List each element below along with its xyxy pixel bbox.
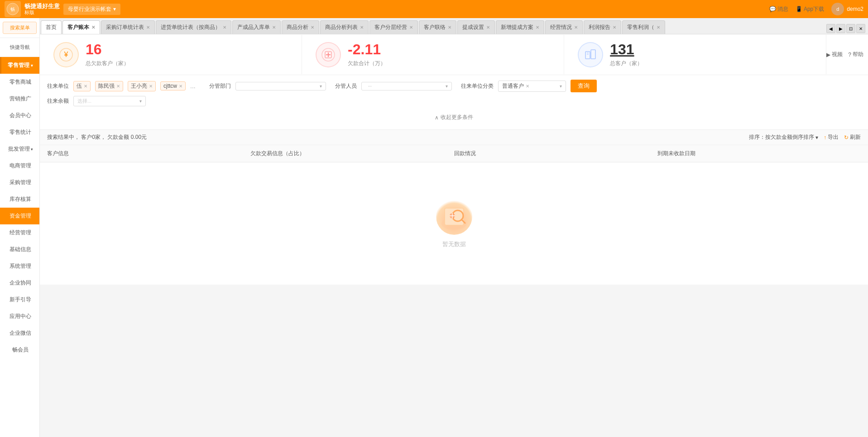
stat-help-area: ▶ 视频 ? 帮助 (826, 51, 868, 58)
tab-close-business[interactable]: ✕ (574, 25, 578, 30)
message-btn[interactable]: 💬 消息 (769, 5, 788, 13)
user-info[interactable]: d demo2 (831, 3, 863, 15)
person-select[interactable]: ··· ▾ (361, 82, 452, 90)
tab-customer-segment[interactable]: 客户分层经营 ✕ (369, 20, 418, 34)
tab-profit-report[interactable]: 利润报告 ✕ (584, 20, 621, 34)
sidebar-item-finance[interactable]: 资金管理 (0, 208, 39, 224)
sidebar-item-inventory[interactable]: 库存核算 (0, 191, 39, 208)
app-download-btn[interactable]: 📱 App下载 (796, 5, 824, 13)
tab-close-analysis-list[interactable]: ✕ (360, 25, 364, 30)
sidebar-item-wechat[interactable]: 企业微信 (0, 325, 39, 342)
tab-close-segment[interactable]: ✕ (409, 25, 413, 30)
doc-help-btn[interactable]: ? 帮助 (848, 51, 863, 58)
tab-customer-connect[interactable]: 客户联络 ✕ (419, 20, 456, 34)
remove-tag-cjttcw[interactable]: ✕ (179, 84, 182, 89)
page-content: ¥ 16 总欠款客户（家） (40, 34, 868, 437)
collapse-button[interactable]: ∧ 收起更多条件 (435, 112, 473, 123)
tab-customer-accounts[interactable]: 客户账本 ✕ (62, 20, 100, 34)
filter-tag-chen[interactable]: 陈民强 ✕ (95, 81, 123, 91)
video-help-btn[interactable]: ▶ 视频 (826, 51, 843, 58)
tab-promo-settings[interactable]: 提成设置 ✕ (457, 20, 495, 34)
refresh-button[interactable]: ↻ 刷新 (844, 133, 861, 141)
tab-close-product-inbound[interactable]: ✕ (272, 25, 276, 30)
balance-select-arrow: ▾ (139, 99, 142, 104)
tab-purchase-order-stats[interactable]: 采购订单统计表 ✕ (101, 20, 155, 34)
tab-retail-profit[interactable]: 零售利润（ ✕ (622, 20, 665, 34)
tab-close-promo[interactable]: ✕ (486, 25, 490, 30)
refresh-icon: ↻ (844, 134, 849, 141)
help-icon: ? (848, 52, 851, 58)
sidebar-item-ecommerce[interactable]: 电商管理 (0, 157, 39, 174)
tab-close-analysis[interactable]: ✕ (311, 25, 314, 30)
tab-close-profit[interactable]: ✕ (613, 25, 616, 30)
stat-block-total: 131 总客户（家） (564, 35, 826, 74)
tab-home[interactable]: 首页 (41, 20, 62, 34)
balance-select[interactable]: 选择... ▾ (73, 96, 146, 106)
page-inner: ¥ 16 总欠款客户（家） (40, 34, 868, 285)
more-tags-btn[interactable]: ... (190, 82, 196, 90)
results-actions: 排序：按欠款金额倒序排序 ▾ ↑ 导出 ↻ 刷新 (749, 133, 861, 141)
remove-tag-wu[interactable]: ✕ (84, 84, 87, 89)
filter-tag-cjttcw[interactable]: cjttcw ✕ (160, 81, 186, 90)
export-button[interactable]: ↑ 导出 (824, 133, 839, 141)
chevron-icon: ▾ (31, 63, 33, 68)
tab-next-button[interactable]: ▶ (836, 24, 845, 33)
total-debt-amount-label: 欠款合计（万） (348, 60, 386, 67)
tab-product-analysis-list[interactable]: 商品分析列表 ✕ (320, 20, 369, 34)
tab-restore-button[interactable]: ⊡ (846, 24, 855, 33)
tab-business-status[interactable]: 经营情况 ✕ (545, 20, 583, 34)
remove-tag-chen[interactable]: ✕ (116, 84, 120, 89)
content-area: 首页 客户账本 ✕ 采购订单统计表 ✕ 进货单统计表（按商品） ✕ 产成品入库单… (40, 18, 868, 437)
sidebar-item-retail-mgmt[interactable]: 零售管理 ▾ (0, 57, 39, 74)
category-tag-normal[interactable]: 普通客户 ✕ (502, 82, 529, 90)
dept-select[interactable]: ▾ (235, 82, 326, 90)
tab-close-inbound[interactable]: ✕ (223, 25, 226, 30)
account-dropdown[interactable]: 母婴行业演示帐套 ▾ (63, 4, 120, 15)
balance-placeholder: 选择... (77, 98, 91, 104)
category-select[interactable]: 普通客户 ✕ ▾ (498, 81, 566, 92)
tab-prev-button[interactable]: ◀ (826, 24, 835, 33)
results-info: 搜索结果中， 客户0家， 欠款金额 0.00元 (47, 133, 147, 141)
sidebar-item-retail-stats[interactable]: 零售统计 (0, 124, 39, 141)
remove-category-tag[interactable]: ✕ (526, 84, 529, 89)
svg-rect-6 (585, 52, 590, 59)
sidebar-item-vip[interactable]: 畅会员 (0, 342, 39, 358)
query-button[interactable]: 查询 (571, 80, 597, 92)
app-version: 标版 (24, 10, 60, 15)
filter-area: 往来单位 伍 ✕ 陈民强 ✕ 王小亮 ✕ (40, 75, 868, 130)
sidebar-item-operations[interactable]: 经营管理 (0, 224, 39, 241)
tab-inbound-stats[interactable]: 进货单统计表（按商品） ✕ (156, 20, 231, 34)
tab-close-retail-profit[interactable]: ✕ (657, 25, 660, 30)
tab-new-promo[interactable]: 新增提成方案 ✕ (496, 20, 544, 34)
tab-close-new-promo[interactable]: ✕ (536, 25, 539, 30)
filter-tag-wu[interactable]: 伍 ✕ (73, 81, 91, 91)
sidebar-item-system[interactable]: 系统管理 (0, 258, 39, 275)
sidebar-item-purchase[interactable]: 采购管理 (0, 174, 39, 191)
stat-info-total: 131 总客户（家） (610, 42, 643, 67)
tab-close-purchase[interactable]: ✕ (146, 25, 150, 30)
tab-close-all-button[interactable]: ✕ (856, 24, 865, 33)
sort-button[interactable]: 排序：按欠款金额倒序排序 ▾ (749, 133, 818, 141)
customers-icon: ¥ (53, 42, 79, 67)
tab-close-customer-accounts[interactable]: ✕ (91, 25, 95, 30)
quick-nav-button[interactable]: 快捷导航 (3, 42, 37, 53)
tab-bar: 首页 客户账本 ✕ 采购订单统计表 ✕ 进货单统计表（按商品） ✕ 产成品入库单… (40, 18, 868, 34)
tab-close-connect[interactable]: ✕ (448, 25, 451, 30)
sidebar-item-wholesale[interactable]: 批发管理 ▾ (0, 141, 39, 157)
total-debt-customers-value: 16 (86, 42, 129, 57)
sidebar-item-basics[interactable]: 基础信息 (0, 241, 39, 258)
sidebar-item-member[interactable]: 会员中心 (0, 107, 39, 124)
sidebar-item-newbie[interactable]: 新手引导 (0, 291, 39, 308)
tab-product-inbound[interactable]: 产成品入库单 ✕ (232, 20, 281, 34)
search-menu-button[interactable]: 搜索菜单 (3, 22, 37, 34)
sidebar-nav-list: 零售管理 ▾ 零售商城 营销推广 会员中心 零售统计 批发管理 ▾ 电商管理 采… (0, 57, 39, 437)
sidebar-item-enterprise[interactable]: 企业协同 (0, 275, 39, 291)
filter-tag-wang[interactable]: 王小亮 ✕ (128, 81, 156, 91)
empty-state-text: 暂无数据 (442, 240, 466, 248)
tab-product-analysis[interactable]: 商品分析 ✕ (282, 20, 319, 34)
sidebar-item-retail-mall[interactable]: 零售商城 (0, 74, 39, 90)
sidebar-item-marketing[interactable]: 营销推广 (0, 90, 39, 107)
col-debt-info: 欠款交易信息（占比） (250, 150, 454, 157)
sidebar-item-apps[interactable]: 应用中心 (0, 308, 39, 325)
remove-tag-wang[interactable]: ✕ (149, 84, 153, 89)
